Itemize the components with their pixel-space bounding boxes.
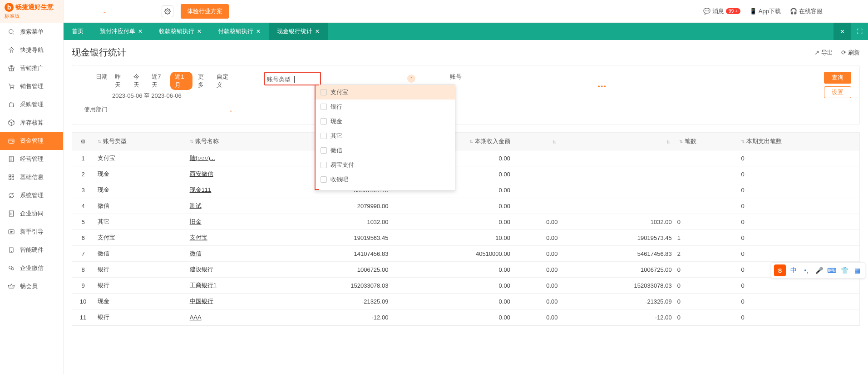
cell-name-link[interactable]: 建设银行	[186, 262, 278, 278]
refresh-button[interactable]: ⟳ 刷新	[841, 49, 860, 57]
sidebar-item-4[interactable]: 采购管理	[0, 95, 63, 114]
sort-icon[interactable]: ⇅	[469, 139, 473, 144]
checkbox-icon[interactable]	[321, 162, 327, 168]
cell-name-link[interactable]: 测试	[186, 198, 278, 214]
sort-icon[interactable]: ⇅	[98, 139, 101, 144]
cell-name-link[interactable]: 微信	[186, 246, 278, 262]
account-type-option-7[interactable]: 长沙银行	[315, 187, 455, 190]
sidebar-item-8[interactable]: 基础信息	[0, 168, 63, 186]
table-settings-column[interactable]: ⚙	[72, 133, 94, 150]
ime-logo-icon[interactable]: S	[774, 264, 786, 276]
account-type-option-5[interactable]: 易宝支付	[315, 158, 455, 172]
sidebar-item-9[interactable]: 系统管理	[0, 186, 63, 204]
col-header-7[interactable]: ⇅本期支出笔数	[737, 133, 859, 150]
date-option-0[interactable]: 昨天	[112, 72, 128, 90]
sort-icon[interactable]: ⇅	[679, 139, 683, 144]
checkbox-icon[interactable]	[321, 118, 327, 125]
more-filters-button[interactable]: •••	[598, 83, 607, 90]
sidebar-item-2[interactable]: 营销推广	[0, 59, 63, 77]
ime-punct-icon[interactable]: •,	[801, 265, 811, 275]
account-type-option-2[interactable]: 现金	[315, 114, 455, 129]
tab-4[interactable]: 现金银行统计✕	[269, 23, 328, 40]
close-icon[interactable]: ✕	[315, 28, 320, 35]
checkbox-icon[interactable]	[321, 104, 327, 110]
cell-name-link[interactable]: 西安微信	[186, 166, 278, 182]
sync-icon	[7, 191, 15, 199]
settings-icon[interactable]	[162, 5, 173, 17]
ime-lang-toggle[interactable]: 中	[789, 265, 799, 275]
account-type-option-4[interactable]: 微信	[315, 143, 455, 158]
cell-name-link[interactable]: 现金111	[186, 182, 278, 198]
cell-name-link[interactable]: 中国银行	[186, 294, 278, 309]
cell-name-link[interactable]: 工商银行1	[186, 278, 278, 294]
account-input[interactable]	[466, 72, 580, 83]
dept-input[interactable]	[112, 105, 235, 115]
close-all-tabs-button[interactable]: ✕	[833, 23, 851, 40]
org-selector[interactable]: ⌄	[73, 7, 154, 15]
close-icon[interactable]: ✕	[138, 28, 143, 35]
close-icon[interactable]: ✕	[197, 28, 202, 35]
sidebar-item-0[interactable]: 搜索菜单	[0, 23, 63, 41]
col-header-4[interactable]: ⇅	[514, 133, 562, 150]
date-option-5[interactable]: 自定义	[214, 72, 235, 90]
tab-1[interactable]: 预付冲应付单✕	[92, 23, 151, 40]
filter-settings-button[interactable]: 设置	[824, 86, 851, 98]
date-option-3[interactable]: 近1月	[170, 72, 192, 90]
tab-3[interactable]: 付款核销执行✕	[210, 23, 269, 40]
checkbox-icon[interactable]	[321, 133, 327, 139]
close-icon[interactable]: ✕	[256, 28, 261, 35]
cell-name-link[interactable]: 支付宝	[186, 230, 278, 246]
ime-toolbox-icon[interactable]: ▦	[852, 265, 862, 275]
col-header-0[interactable]: ⇅账号类型	[94, 133, 186, 150]
date-option-2[interactable]: 近7天	[149, 72, 168, 90]
tab-0[interactable]: 首页	[64, 23, 92, 40]
sort-icon[interactable]: ⇅	[741, 139, 745, 144]
checkbox-icon[interactable]	[321, 89, 327, 95]
fullscreen-button[interactable]: ⛶	[851, 23, 868, 40]
sidebar-item-5[interactable]: 库存核算	[0, 114, 63, 132]
industry-solution-button[interactable]: 体验行业方案	[181, 4, 229, 19]
account-type-option-3[interactable]: 其它	[315, 129, 455, 143]
sidebar-item-6[interactable]: 资金管理	[0, 132, 63, 150]
sort-icon[interactable]: ⇅	[190, 139, 193, 144]
ime-mic-icon[interactable]: 🎤	[814, 265, 824, 275]
account-type-option-1[interactable]: 银行	[315, 100, 455, 114]
sort-icon[interactable]: ⇅	[552, 140, 556, 145]
date-option-1[interactable]: 今天	[131, 72, 147, 90]
col-header-6[interactable]: ⇅笔数	[676, 133, 738, 150]
sidebar-item-13[interactable]: 企业微信	[0, 259, 63, 277]
account-type-collapse-icon[interactable]: ⌃	[407, 75, 415, 83]
export-button[interactable]: ↗ 导出	[814, 49, 833, 57]
sidebar-item-1[interactable]: 快捷导航	[0, 41, 63, 59]
cell-name-link[interactable]: AAA	[186, 309, 278, 325]
account-type-option-6[interactable]: 收钱吧	[315, 172, 455, 187]
ime-keyboard-icon[interactable]: ⌨	[827, 265, 837, 275]
account-type-option-0[interactable]: 支付宝	[315, 85, 455, 100]
cell-count	[676, 198, 738, 214]
tab-2[interactable]: 收款核销执行✕	[151, 23, 210, 40]
chevron-down-icon[interactable]: ⌄	[229, 107, 233, 113]
sidebar-item-10[interactable]: 企业协同	[0, 204, 63, 223]
gift-icon	[7, 64, 15, 72]
cell-name-link[interactable]: 陆(○○○)...	[186, 150, 278, 166]
date-option-4[interactable]: 更多	[195, 72, 211, 90]
account-type-filter[interactable]: 账号类型	[264, 72, 321, 85]
app-download-link[interactable]: 📱 App下载	[750, 7, 781, 15]
ime-skin-icon[interactable]: 👕	[839, 265, 849, 275]
sidebar-item-label: 系统管理	[20, 191, 44, 199]
sidebar-item-14[interactable]: 畅会员	[0, 277, 63, 295]
sort-icon[interactable]: ⇅	[666, 140, 670, 145]
online-service-link[interactable]: 🎧 在线客服	[790, 7, 823, 15]
sidebar-item-7[interactable]: 经营管理	[0, 150, 63, 168]
checkbox-icon[interactable]	[321, 176, 327, 183]
checkbox-icon[interactable]	[321, 147, 327, 154]
user-avatar[interactable]	[832, 7, 859, 15]
query-button[interactable]: 查询	[824, 72, 851, 84]
cell-name-link[interactable]: 旧金	[186, 214, 278, 230]
sidebar-item-3[interactable]: 销售管理	[0, 77, 63, 95]
col-header-5[interactable]: ⇅	[562, 133, 676, 150]
sidebar-item-11[interactable]: 新手引导	[0, 223, 63, 241]
sidebar-item-12[interactable]: 智能硬件	[0, 241, 63, 259]
col-header-1[interactable]: ⇅账号名称	[186, 133, 278, 150]
messages-link[interactable]: 💬 消息 99 +	[703, 7, 740, 15]
